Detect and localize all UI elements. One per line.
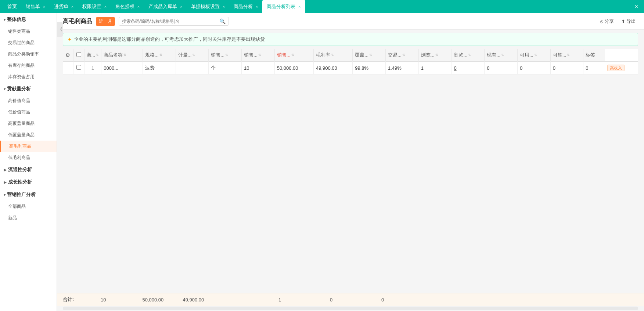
close-product-analysis-list[interactable]: × — [298, 4, 301, 9]
row-settings — [63, 62, 73, 75]
sidebar-toggle-button[interactable]: 《 — [57, 22, 63, 37]
footer-sale-qty: 10 — [81, 297, 125, 303]
share-button[interactable]: ⎋ 分享 — [598, 17, 616, 26]
close-product-analysis[interactable]: × — [256, 4, 258, 9]
select-all-checkbox[interactable] — [76, 52, 81, 57]
table-row: 1 0000... 运费 个 10 50,000.00 49,900.00 99… — [63, 62, 638, 75]
period-button[interactable]: 近一月 — [96, 17, 115, 26]
row-coverage: 1.49% — [385, 62, 418, 75]
row-view2: 0 — [485, 62, 518, 75]
close-sales-order[interactable]: × — [43, 4, 45, 9]
info-icon: ✦ — [68, 37, 72, 42]
close-purchase-order[interactable]: × — [71, 4, 73, 9]
sidebar-item-low-coverage[interactable]: 低覆盖量商品 — [0, 129, 57, 141]
table-wrapper[interactable]: ⚙ 商... ⇅ 商品名称 — [57, 49, 644, 293]
row-code: 0000... — [101, 62, 143, 75]
row-unit: 个 — [209, 62, 242, 75]
nav-product-analysis-list[interactable]: 商品分析列表 × — [262, 0, 305, 13]
col-view2-header[interactable]: 浏览... ⇅ — [451, 49, 485, 62]
row-view1[interactable]: 0 — [451, 62, 485, 75]
sidebar-group-growth[interactable]: ▶ 成长性分析 — [0, 176, 57, 188]
sidebar-item-traded-goods[interactable]: 交易过的商品 — [0, 37, 57, 48]
col-saleable-header[interactable]: 可销... ⇅ — [550, 49, 583, 62]
col-available-header[interactable]: 可用... ⇅ — [517, 49, 550, 62]
sidebar-item-all-goods[interactable]: 全部商品 — [0, 201, 57, 212]
sidebar-item-new-goods[interactable]: 新品 — [0, 212, 57, 224]
sidebar-item-stock-capital[interactable]: 库存资金占用 — [0, 71, 57, 83]
close-product-stock[interactable]: × — [180, 4, 182, 9]
info-text: 企业的主要的利润都是这部分商品创造的，可考虑加大推广，同时关注库存是不要出现缺货 — [74, 36, 265, 43]
col-gross-margin-header[interactable]: 毛利率 ⇅ — [313, 49, 352, 62]
nav-permission-settings[interactable]: 权限设置 × — [78, 0, 111, 13]
footer-view2: 0 — [309, 297, 335, 303]
row-select-checkbox[interactable] — [76, 65, 81, 70]
settings-icon[interactable]: ⚙ — [65, 52, 70, 58]
sidebar-group-growth-label: 成长性分析 — [8, 179, 32, 185]
footer-sale-amount: 50,000.00 — [125, 297, 166, 303]
sidebar-item-low-value[interactable]: 低价值商品 — [0, 106, 57, 118]
sidebar-group-overall[interactable]: ▾ 整体信息 — [0, 13, 57, 26]
data-table: ⚙ 商... ⇅ 商品名称 — [63, 49, 638, 75]
export-icon: ⬆ — [621, 19, 625, 24]
sort-view1-icon: ⇅ — [435, 53, 438, 57]
footer-gross-margin — [206, 297, 232, 303]
window-close-button[interactable]: × — [632, 3, 641, 10]
close-role-auth[interactable]: × — [137, 4, 140, 9]
col-view1-header[interactable]: 浏览... ⇅ — [418, 49, 451, 62]
sidebar-group-circulation[interactable]: ▶ 流通性分析 — [0, 163, 57, 176]
nav-template-settings[interactable]: 单据模板设置 × — [187, 0, 229, 13]
col-sale-qty-header[interactable]: 销售... ⇅ — [209, 49, 242, 62]
col-name-header[interactable]: 商品名称 ⇅ — [101, 49, 143, 62]
col-code-header[interactable]: 商... ⇅ — [84, 49, 101, 62]
col-current-stock-header[interactable]: 现有... ⇅ — [485, 49, 518, 62]
col-trade-count-header[interactable]: 交易... ⇅ — [385, 49, 418, 62]
horizontal-scrollbar[interactable] — [63, 307, 638, 310]
sidebar-group-contribution-label: 贡献量分析 — [7, 86, 31, 92]
row-name: 运费 — [143, 62, 176, 75]
search-input[interactable] — [122, 19, 219, 24]
sort-available-icon: ⇅ — [534, 53, 537, 57]
sidebar-item-category-rate[interactable]: 商品分类助销率 — [0, 48, 57, 60]
sidebar-group-circulation-label: 流通性分析 — [8, 166, 32, 173]
footer-totals: 合计: 10 50,000.00 49,900.00 1 0 0 — [57, 293, 644, 306]
sidebar-group-contribution[interactable]: ▾ 贡献量分析 — [0, 83, 57, 95]
nav-sales-order[interactable]: 销售单 × — [21, 0, 50, 13]
content-area: 高毛利商品 近一月 🔍 ⎋ 分享 ⬆ 导出 ✦ 企业的主要的利润都是这部分商品创… — [57, 13, 644, 311]
row-trade-count: 1 — [418, 62, 451, 75]
col-unit-header[interactable]: 计量... ⇅ — [176, 49, 209, 62]
row-checkbox[interactable] — [73, 62, 84, 75]
sidebar-item-high-value[interactable]: 高价值商品 — [0, 95, 57, 106]
footer-label: 合计: — [63, 296, 74, 303]
collapse-icon: 《 — [58, 26, 62, 33]
col-sale-amount-header[interactable]: 销售... ⇅ — [242, 49, 275, 62]
sidebar-item-sales-goods[interactable]: 销售类商品 — [0, 26, 57, 37]
nav-product-analysis[interactable]: 商品分析 × — [229, 0, 262, 13]
col-coverage-header[interactable]: 覆盖... ⇅ — [353, 49, 386, 62]
sidebar-item-high-coverage[interactable]: 高覆盖量商品 — [0, 118, 57, 129]
col-tag-header[interactable]: 标签 — [583, 49, 605, 62]
sidebar-item-in-stock-goods[interactable]: 有库存的商品 — [0, 60, 57, 71]
row-gross-margin: 99.8% — [353, 62, 386, 75]
top-navigation: 首页 销售单 × 进货单 × 权限设置 × 角色授权 × 产成品入库单 × 单据… — [0, 0, 644, 13]
col-settings[interactable]: ⚙ — [63, 49, 73, 62]
arrow-growth: ▶ — [4, 180, 7, 184]
nav-product-stock[interactable]: 产成品入库单 × — [144, 0, 187, 13]
content-header: 高毛利商品 近一月 🔍 ⎋ 分享 ⬆ 导出 — [57, 13, 644, 30]
row-available: 0 — [550, 62, 583, 75]
sidebar-item-low-margin[interactable]: 低毛利商品 — [0, 152, 57, 163]
col-checkbox-header[interactable] — [73, 49, 84, 62]
col-sale-cost-header[interactable]: 销售... ⇅ — [274, 49, 313, 62]
close-permission-settings[interactable]: × — [104, 4, 107, 9]
sort-spec-icon: ⇅ — [159, 53, 162, 57]
col-spec-header[interactable]: 规格... ⇅ — [143, 49, 176, 62]
export-button[interactable]: ⬆ 导出 — [619, 17, 638, 26]
close-template-settings[interactable]: × — [223, 4, 225, 9]
sidebar-item-high-margin[interactable]: 高毛利商品 — [0, 141, 57, 152]
nav-purchase-order[interactable]: 进货单 × — [50, 0, 78, 13]
sort-current-stock-icon: ⇅ — [501, 53, 504, 57]
nav-role-auth[interactable]: 角色授权 × — [111, 0, 144, 13]
search-icon[interactable]: 🔍 — [219, 18, 226, 24]
nav-home[interactable]: 首页 — [3, 0, 21, 13]
footer-sale-cost: 49,900.00 — [166, 297, 206, 303]
sidebar-group-marketing[interactable]: ▾ 营销推广分析 — [0, 188, 57, 201]
